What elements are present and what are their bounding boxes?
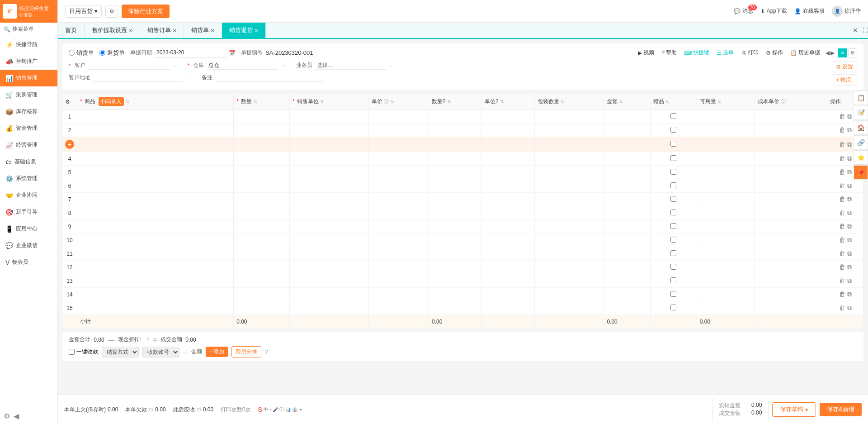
customer-input[interactable] [88, 61, 170, 70]
tab-sales-order[interactable]: 销售订单 ✕ [140, 23, 184, 38]
delete-row-btn[interactable]: 🗑 [839, 182, 845, 190]
tab-home[interactable]: 首页 [58, 23, 85, 38]
scan-input-btn[interactable]: 扫码录入 [99, 97, 124, 106]
gift-checkbox[interactable] [670, 277, 676, 283]
rfloat-active-btn[interactable]: 📌 [854, 165, 868, 180]
add-payment-btn[interactable]: + 添加 [206, 347, 228, 357]
shortcut-btn[interactable]: ⌨ 快捷键 [682, 48, 711, 57]
help-btn[interactable]: ? 帮助 [660, 48, 679, 57]
video-btn[interactable]: ▶ 视频 [636, 48, 656, 57]
gift-checkbox[interactable] [670, 127, 676, 133]
warehouse-lookup-btn[interactable]: ··· [281, 62, 285, 69]
price-info-icon[interactable]: ⓘ [384, 99, 389, 104]
rfloat-doc-btn[interactable]: 📋 [854, 91, 868, 105]
copy-row-btn[interactable]: ⧉ [847, 195, 852, 203]
sidebar-item-wecom[interactable]: 💬 企业微信 [0, 237, 57, 254]
copy-row-btn[interactable]: ⧉ [847, 263, 852, 271]
gift-checkbox[interactable] [670, 291, 676, 297]
gift-checkbox[interactable] [670, 305, 676, 310]
delete-row-btn[interactable]: 🗑 [839, 209, 845, 217]
sidebar-item-quicknav[interactable]: ⚡ 快捷导航 [0, 36, 57, 53]
radio-sales-doc[interactable]: 销货单 [69, 49, 94, 57]
copy-row-btn[interactable]: ⧉ [847, 250, 852, 257]
settings-action-btn[interactable]: ⚙ 设置 [832, 61, 857, 72]
next-doc-btn[interactable]: ▶ [830, 50, 835, 56]
close-tab-sales-doc[interactable]: ✕ [211, 28, 214, 33]
copy-row-btn[interactable]: ⧉ [847, 304, 852, 312]
address-lookup-btn[interactable]: ··· [186, 75, 191, 81]
copy-row-btn[interactable]: ⧉ [847, 155, 852, 162]
grid-view-btn[interactable]: ⊞ [848, 48, 857, 57]
delete-row-btn[interactable]: 🗑 [839, 168, 845, 176]
warehouse-input[interactable] [207, 61, 278, 70]
sidebar-item-inventory[interactable]: 📦 库存核算 [0, 103, 57, 120]
delete-row-btn[interactable]: 🗑 [839, 291, 845, 298]
print-btn[interactable]: 🖨 打印 [739, 48, 760, 57]
sidebar-item-finance[interactable]: 💰 资金管理 [0, 120, 57, 137]
gift-checkbox-active[interactable] [670, 141, 676, 147]
copy-row-btn[interactable]: ⧉ [847, 223, 852, 230]
copy-row-btn[interactable]: ⧉ [847, 291, 852, 298]
app-download-button[interactable]: ⬇ App下载 [760, 7, 787, 15]
tab-sales-return[interactable]: 销货退货 ✕ [222, 23, 266, 38]
sidebar-item-purchase[interactable]: 🛒 采购管理 [0, 86, 57, 103]
sort-qty2-icon[interactable]: ⇅ [447, 99, 451, 104]
gift-checkbox[interactable] [670, 237, 676, 243]
select-btn[interactable]: ☰ 选单 [715, 48, 736, 57]
cost-price-info-icon[interactable]: ⓘ [781, 99, 786, 104]
delete-row-btn[interactable]: 🗑 [839, 277, 845, 285]
gift-checkbox[interactable] [670, 169, 676, 175]
discount-help-icon[interactable]: ? [146, 337, 150, 343]
sort-qty-icon[interactable]: ⇅ [254, 99, 257, 104]
add-row-btn[interactable]: + [65, 140, 74, 149]
copy-row-btn[interactable]: ⧉ [847, 236, 852, 244]
one-key-payment-checkbox[interactable]: 一键收款 [69, 348, 98, 356]
salesperson-input[interactable] [315, 61, 387, 70]
sort-amount-icon[interactable]: ⇅ [619, 99, 623, 104]
sort-gift-icon[interactable]: ⇅ [665, 99, 669, 104]
close-tab-sales-return[interactable]: ✕ [255, 28, 258, 33]
account-select[interactable]: 收款账号 [142, 347, 179, 357]
sidebar-item-basic[interactable]: 🗂 基础信息 [0, 153, 57, 170]
prev-doc-btn[interactable]: ◀ [826, 50, 830, 56]
rfloat-home-btn[interactable]: 🏠 [854, 120, 868, 135]
operations-btn[interactable]: ⚙ 操作 [764, 48, 785, 57]
settings-button[interactable]: ⚙ [105, 5, 118, 18]
logistics-action-btn[interactable]: + 物流 [832, 74, 857, 86]
sort-pkg-icon[interactable]: ⇅ [561, 99, 564, 104]
tab-price-extract[interactable]: 售价提取设置 ✕ [85, 23, 140, 38]
account-lookup-btn[interactable]: ··· [183, 349, 188, 355]
note-input[interactable] [215, 73, 324, 82]
delete-row-btn[interactable]: 🗑 [839, 155, 845, 162]
list-view-btn[interactable]: ≡ [838, 48, 847, 57]
gift-checkbox[interactable] [670, 223, 676, 229]
copy-row-btn[interactable]: ⧉ [847, 126, 852, 134]
experience-button[interactable]: 体验行业方案 [122, 5, 170, 18]
salesperson-lookup-btn[interactable]: ··· [389, 62, 394, 69]
tab-sales-doc[interactable]: 销货单 ✕ [184, 23, 222, 38]
copy-active-row-btn[interactable]: ⧉ [847, 141, 852, 148]
calendar-icon[interactable]: 📅 [229, 50, 236, 56]
sidebar-item-sales[interactable]: 📊 销售管理 [0, 70, 57, 86]
sidebar-item-operation[interactable]: 📈 经营管理 [0, 137, 57, 153]
daily-category-select[interactable]: 日用百货 ▾ [65, 5, 102, 18]
sidebar-item-apps[interactable]: 📱 应用中心 [0, 220, 57, 237]
rfloat-star-btn[interactable]: ⭐ [854, 150, 868, 165]
history-btn[interactable]: 📋 历史单据 [788, 48, 822, 57]
copy-row-btn[interactable]: ⧉ [847, 277, 852, 285]
gift-checkbox[interactable] [670, 264, 676, 270]
product-input-active[interactable] [80, 141, 231, 148]
sort-price-icon[interactable]: ⇅ [391, 99, 394, 104]
close-tab-price-extract[interactable]: ✕ [129, 28, 132, 33]
sort-available-icon[interactable]: ⇅ [717, 99, 721, 104]
delete-row-btn[interactable]: 🗑 [839, 304, 845, 312]
save-draft-button[interactable]: 保存草稿 ▾ [772, 402, 816, 417]
copy-row-btn[interactable]: ⧉ [847, 209, 852, 217]
sidebar-item-marketing[interactable]: 📣 营销推广 [0, 53, 57, 70]
settings-bottom-btn[interactable]: ⚙ [4, 412, 10, 420]
table-settings-icon[interactable]: ⚙ [65, 99, 70, 105]
sort-unit-icon[interactable]: ⇅ [320, 99, 324, 104]
settle-method-select[interactable]: 结算方式 [102, 347, 139, 357]
cell-product[interactable] [77, 110, 234, 124]
sort-product-icon[interactable]: ⇅ [126, 99, 129, 104]
